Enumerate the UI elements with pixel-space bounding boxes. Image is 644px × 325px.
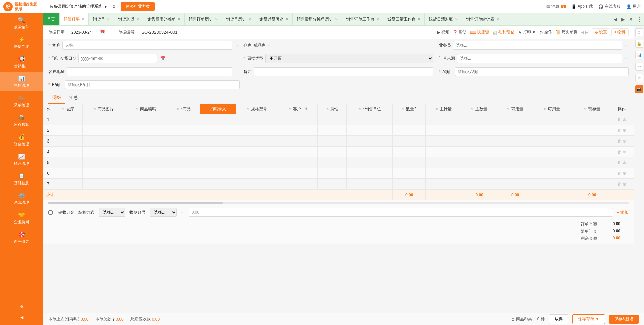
right-icon-4[interactable]: ✏	[635, 63, 643, 71]
tab-prev-btn[interactable]: ◀	[612, 17, 619, 22]
tab-order-history[interactable]: 销售订单历史 ✕	[185, 13, 222, 25]
row-delete-btn-6[interactable]: 🗑	[617, 171, 621, 176]
customer-input[interactable]	[62, 41, 232, 50]
sidebar-item-purchase[interactable]: 🛒 采购管理	[0, 91, 43, 111]
online-support-btn[interactable]: 🎧 在线客服	[598, 4, 621, 9]
one-click-checkbox[interactable]: 一键收订金	[48, 210, 74, 215]
save-new-btn[interactable]: 保存&新增	[609, 315, 639, 324]
detail-tab-summary[interactable]: 汇总	[65, 93, 82, 104]
discard-btn[interactable]: 放弃	[549, 314, 568, 324]
sidebar-item-inventory[interactable]: 📦 库存核算	[0, 111, 43, 130]
tab-cash-reconcile[interactable]: 钱货日清对账 ✕	[425, 13, 462, 25]
sidebar-item-operations[interactable]: 📈 经营管理	[0, 150, 43, 169]
address-input[interactable]	[67, 67, 232, 76]
tab-sales-fee-close[interactable]: ✕	[178, 17, 180, 21]
tab-fee-history[interactable]: 销售费用分摊单历史 ✕	[293, 13, 342, 25]
order-source-dots-btn[interactable]: ···	[624, 56, 629, 61]
order-source-input[interactable]	[457, 54, 623, 63]
sidebar-item-finance[interactable]: 💰 资金管理	[0, 130, 43, 150]
calendar-icon[interactable]: 📅	[100, 30, 105, 35]
one-click-check[interactable]	[48, 210, 53, 215]
customer-dots-btn[interactable]: ···	[234, 43, 238, 48]
tab-sales-order-close[interactable]: ✕	[82, 17, 84, 21]
row-copy-btn-1[interactable]: ⊕	[623, 117, 626, 122]
help-btn[interactable]: ❓ 帮助	[453, 29, 467, 35]
tab-sales-slip[interactable]: 销货单 ✕	[89, 13, 114, 25]
tab-sales-fee[interactable]: 销售费用分摊单 ✕	[143, 13, 185, 25]
staff-dots-btn[interactable]: ···	[624, 43, 629, 48]
tab-cash-workbench[interactable]: 钱货日清工作台 ✕	[383, 13, 425, 25]
row-copy-btn-6[interactable]: ⊕	[623, 171, 626, 176]
note-input[interactable]	[254, 67, 433, 76]
row-delete-btn-3[interactable]: 🗑	[617, 139, 621, 144]
account-select[interactable]: 选择...	[150, 208, 177, 217]
tab-fee-history-close[interactable]: ✕	[335, 17, 338, 21]
payment-select[interactable]: 选择...	[99, 208, 125, 217]
invoice-select[interactable]: 不开票	[265, 54, 433, 63]
right-icon-5[interactable]: ☆	[635, 74, 643, 82]
profit-btn[interactable]: 📊 毛利预估	[492, 29, 515, 35]
tab-close-all-btn[interactable]: ✕	[627, 17, 635, 22]
tab-cash-workbench-close[interactable]: ✕	[418, 17, 420, 21]
tab-order-history-close[interactable]: ✕	[215, 17, 218, 21]
add-item-btn[interactable]: + 物料	[611, 28, 629, 36]
history-btn[interactable]: 📜 历史单据	[556, 29, 578, 35]
sidebar-settings-icon[interactable]: ⚙	[0, 301, 43, 312]
right-icon-3[interactable]: 📊	[635, 51, 643, 59]
amount-input[interactable]	[189, 208, 613, 217]
row-delete-btn-5[interactable]: 🗑	[617, 160, 621, 165]
row-copy-btn-4[interactable]: ⊕	[623, 150, 626, 154]
account-dots-btn[interactable]: ···	[181, 210, 185, 215]
settings-icon[interactable]: ⚙	[111, 3, 118, 10]
col-scan[interactable]: 扫码录入	[200, 104, 236, 114]
tab-return-history-close[interactable]: ✕	[286, 17, 288, 21]
sidebar-item-search[interactable]: 🔍 搜索菜单	[0, 13, 43, 33]
tab-sales-order[interactable]: 销售订单 ✕	[60, 13, 89, 25]
tab-slip-history-close[interactable]: ✕	[248, 17, 251, 21]
shortcut-btn[interactable]: ⌨ 快捷键	[470, 29, 489, 35]
sidebar-item-marketing[interactable]: 📢 营销推广	[0, 52, 43, 72]
industry-btn[interactable]: 体验行业方案	[121, 2, 155, 11]
row-copy-btn-5[interactable]: ⊕	[623, 160, 626, 165]
tab-order-stats[interactable]: 销售订单统计表 ✕	[462, 13, 503, 25]
tab-slip-history[interactable]: 销货单历史 ✕	[222, 13, 255, 25]
row-delete-btn-1[interactable]: 🗑	[617, 117, 621, 122]
operation-btn[interactable]: ⚙ 操作	[539, 29, 552, 35]
tab-sales-return[interactable]: 销货退货 ✕	[114, 13, 143, 25]
tab-sales-slip-close[interactable]: ✕	[107, 17, 110, 21]
row-copy-btn-7[interactable]: ⊕	[623, 182, 626, 187]
row-delete-btn-2[interactable]: 🗑	[617, 128, 621, 133]
date-value[interactable]: 2023-03-24	[71, 30, 92, 35]
sidebar-item-guide[interactable]: 🎯 新手引导	[0, 228, 43, 247]
sidebar-item-basics[interactable]: 📋 基础信息	[0, 169, 43, 189]
address-dots-btn[interactable]: ···	[234, 69, 238, 74]
sidebar-item-sales[interactable]: 📊 销售管理	[0, 72, 43, 91]
add-btn[interactable]: ● 添加	[617, 210, 629, 215]
project-b-input[interactable]	[65, 80, 240, 89]
staff-input[interactable]	[453, 41, 623, 50]
tab-order-stats-close[interactable]: ✕	[496, 17, 499, 21]
system-name-dropdown[interactable]: 装备及固定资产辅助管理系统 ▼	[50, 4, 108, 9]
message-btn[interactable]: ✉ 消息 9	[546, 4, 566, 9]
print-btn[interactable]: 🖨 打印 ▼	[518, 29, 536, 35]
delivery-cal-icon[interactable]: 📅	[160, 56, 165, 61]
tab-menu-btn[interactable]: ⋮	[635, 16, 644, 23]
row-copy-btn-3[interactable]: ⊕	[623, 139, 626, 144]
horizontal-scrollbar[interactable]	[43, 200, 634, 206]
row-delete-btn-7[interactable]: 🗑	[617, 182, 621, 187]
user-btn[interactable]: 👤 用户	[626, 4, 641, 9]
tab-order-workbench-close[interactable]: ✕	[376, 17, 379, 21]
view-btn[interactable]: ▶ 视频	[437, 29, 449, 35]
tab-cash-reconcile-close[interactable]: ✕	[455, 17, 458, 21]
warehouse-dots-btn[interactable]: ···	[268, 43, 272, 48]
project-a-input[interactable]	[455, 67, 629, 76]
save-draft-btn[interactable]: 保存草稿 ▼	[572, 314, 605, 324]
row-copy-btn-2[interactable]: ⊕	[623, 128, 626, 133]
right-icon-2[interactable]: 🔒	[635, 40, 643, 48]
detail-tab-items[interactable]: 明细	[48, 93, 65, 104]
settings-btn[interactable]: ⚙ 设置	[592, 28, 610, 36]
tab-return-history[interactable]: 销货退货历史 ✕	[255, 13, 293, 25]
sidebar-collapse-btn[interactable]: ◀	[0, 312, 43, 322]
sidebar-item-quicknav[interactable]: ⚡ 快捷导航	[0, 33, 43, 52]
tab-next-btn[interactable]: ▶	[619, 17, 627, 22]
